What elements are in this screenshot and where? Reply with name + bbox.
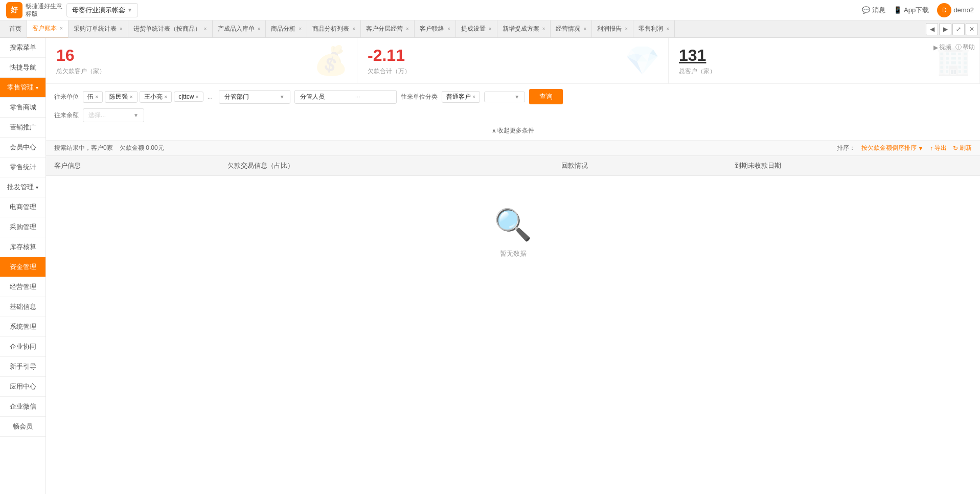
sidebar-item-15[interactable]: 企业协同 <box>0 337 45 357</box>
close-icon[interactable]: × <box>95 94 98 100</box>
sidebar-item-0[interactable]: 搜索菜单 <box>0 38 45 58</box>
balance-label: 往来余额 <box>54 111 79 120</box>
close-icon[interactable]: × <box>472 94 475 100</box>
help-link[interactable]: ⓘ 帮助 <box>955 43 975 52</box>
avatar: D <box>937 3 951 17</box>
close-icon[interactable]: × <box>195 94 198 100</box>
tab-item-1[interactable]: 客户账本× <box>27 20 69 38</box>
more-tags-button[interactable]: ... <box>206 92 215 101</box>
tab-close-icon[interactable]: × <box>120 26 123 32</box>
tab-expand-button[interactable]: ⤢ <box>952 23 965 35</box>
sidebar-item-17[interactable]: 应用中心 <box>0 377 45 397</box>
sidebar-item-5[interactable]: 会员中心 <box>0 138 45 158</box>
close-icon[interactable]: × <box>164 94 167 100</box>
tab-item-7[interactable]: 客户分层经营× <box>361 20 415 38</box>
app-download-button[interactable]: 📱 App下载 <box>894 6 929 15</box>
sidebar-item-13[interactable]: 基础信息 <box>0 297 45 317</box>
user-menu[interactable]: D demo2 <box>937 3 974 17</box>
sort-dropdown[interactable]: 按欠款金额倒序排序 ▼ <box>861 144 924 152</box>
sidebar-item-18[interactable]: 企业微信 <box>0 397 45 417</box>
tab-close-icon[interactable]: × <box>666 26 669 32</box>
tab-item-11[interactable]: 经营情况× <box>551 20 592 38</box>
tab-item-5[interactable]: 商品分析× <box>266 20 307 38</box>
tab-item-6[interactable]: 商品分析列表× <box>307 20 361 38</box>
tab-close-icon[interactable]: × <box>299 26 302 32</box>
tab-item-3[interactable]: 进货单统计表（按商品）× <box>128 20 213 38</box>
tab-close-icon[interactable]: × <box>352 26 355 32</box>
tab-close-icon[interactable]: × <box>583 26 586 32</box>
empty-state: 🔍 暂无数据 <box>46 176 980 289</box>
tab-item-4[interactable]: 产成品入库单× <box>213 20 266 38</box>
logo-area: 好 畅捷通好生意 标版 <box>6 2 62 18</box>
stats-row: 💰 16 总欠款客户（家） 💎 -2.11 欠款合计（万） 🏢 131 总客户（… <box>46 38 980 84</box>
chevron-down-icon: ▼ <box>133 113 139 118</box>
filter-tag[interactable]: cjttcw× <box>174 92 203 102</box>
sidebar-item-12[interactable]: 经营管理 <box>0 277 45 297</box>
sidebar-item-14[interactable]: 系统管理 <box>0 317 45 337</box>
tab-item-10[interactable]: 新增提成方案× <box>497 20 551 38</box>
sidebar-item-4[interactable]: 营销推广 <box>0 118 45 138</box>
top-bar: 好 畅捷通好生意 标版 母婴行业演示帐套 ▼ 💬 消息 📱 App下载 D de… <box>0 0 980 20</box>
close-icon[interactable]: × <box>129 94 132 100</box>
dept-dropdown[interactable]: 分管部门 ▼ <box>219 90 290 104</box>
stat-label: 欠款合计（万） <box>368 67 411 76</box>
tab-close-icon[interactable]: × <box>489 26 492 32</box>
sidebar-item-19[interactable]: 畅会员 <box>0 417 45 437</box>
unit-type-dropdown[interactable]: ▼ <box>484 92 525 102</box>
table-header: 回款情况 <box>553 156 726 176</box>
sidebar-item-16[interactable]: 新手引导 <box>0 357 45 377</box>
refresh-button[interactable]: ↻ 刷新 <box>953 144 972 152</box>
tab-close-icon[interactable]: × <box>406 26 409 32</box>
logo-icon: 好 <box>6 2 22 18</box>
tab-item-12[interactable]: 利润报告× <box>592 20 633 38</box>
account-selector[interactable]: 母婴行业演示帐套 ▼ <box>66 3 138 17</box>
chevron-up-icon: ∧ <box>492 127 496 134</box>
tab-close-icon[interactable]: × <box>204 26 207 32</box>
sidebar-item-8[interactable]: 电商管理 <box>0 197 45 217</box>
tab-item-9[interactable]: 提成设置× <box>456 20 497 38</box>
tab-left-button[interactable]: ◀ <box>926 23 938 35</box>
person-dropdown[interactable]: 分管人员 ··· <box>294 90 397 104</box>
chevron-down-icon: ▼ <box>127 7 132 13</box>
sidebar-item-7[interactable]: 批发管理 ▾ <box>0 177 45 197</box>
tab-close-icon[interactable]: × <box>258 26 261 32</box>
unit-type-tag[interactable]: 普通客户× <box>442 91 480 103</box>
tab-right-button[interactable]: ▶ <box>939 23 951 35</box>
play-icon: ▶ <box>933 44 938 51</box>
filter-tag[interactable]: 陈民强× <box>105 91 137 103</box>
tab-close-icon[interactable]: × <box>625 26 628 32</box>
sidebar-item-9[interactable]: 采购管理 <box>0 217 45 237</box>
tab-close-icon[interactable]: × <box>542 26 545 32</box>
table-header: 欠款交易信息（占比） <box>219 156 553 176</box>
sidebar-item-3[interactable]: 零售商城 <box>0 98 45 118</box>
export-button[interactable]: ↑ 导出 <box>930 144 947 152</box>
stat-text: 16 总欠款客户（家） <box>56 46 105 76</box>
sidebar-item-10[interactable]: 库存核算 <box>0 237 45 257</box>
query-button[interactable]: 查询 <box>529 89 563 104</box>
top-bar-right: 💬 消息 📱 App下载 D demo2 <box>862 3 974 17</box>
filter-tag[interactable]: 王小亮× <box>140 91 172 103</box>
stat-bg-icon: 💎 <box>625 44 660 77</box>
tab-item-0[interactable]: 首页 <box>4 20 27 38</box>
tab-item-8[interactable]: 客户联络× <box>415 20 456 38</box>
tab-close-all-button[interactable]: ✕ <box>966 23 978 35</box>
tab-close-icon[interactable]: × <box>447 26 450 32</box>
sidebar-item-1[interactable]: 快捷导航 <box>0 58 45 78</box>
logo-text: 畅捷通好生意 标版 <box>26 3 62 17</box>
filter-tag[interactable]: 伍× <box>83 91 103 103</box>
tab-item-13[interactable]: 零售利润× <box>633 20 675 38</box>
collapse-button[interactable]: ∧ 收起更多条件 <box>492 126 534 135</box>
sidebar-item-2[interactable]: 零售管理 ▾ <box>0 78 45 98</box>
stat-item-1: 💎 -2.11 欠款合计（万） <box>357 38 669 83</box>
sidebar-item-6[interactable]: 零售统计 <box>0 158 45 177</box>
stat-label: 总客户（家） <box>679 67 716 76</box>
video-link[interactable]: ▶ 视频 <box>933 43 951 52</box>
balance-dropdown[interactable]: 选择... ▼ <box>83 108 144 122</box>
tab-item-2[interactable]: 采购订单统计表× <box>69 20 128 38</box>
sidebar-item-11[interactable]: 资金管理 <box>0 257 45 277</box>
table-header: 客户信息 <box>46 156 219 176</box>
content-area: 💰 16 总欠款客户（家） 💎 -2.11 欠款合计（万） 🏢 131 总客户（… <box>46 38 980 494</box>
messages-button[interactable]: 💬 消息 <box>862 6 885 15</box>
tab-close-icon[interactable]: × <box>60 26 63 31</box>
sidebar: 搜索菜单快捷导航零售管理 ▾零售商城营销推广会员中心零售统计批发管理 ▾电商管理… <box>0 38 46 494</box>
